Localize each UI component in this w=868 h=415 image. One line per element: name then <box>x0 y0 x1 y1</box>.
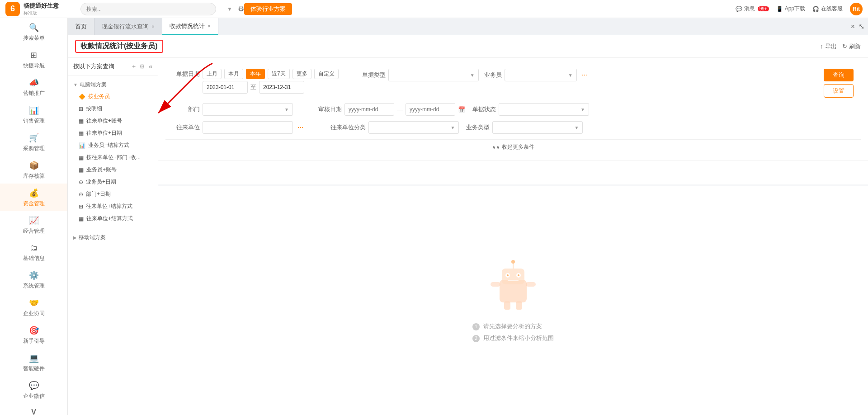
refresh-btn[interactable]: ↻ 刷新 <box>842 42 861 51</box>
layout: 🔍 搜索菜单 ⊞ 快捷导航 📣 营销推广 📊 销售管理 🛒 采购管理 📦 库存核… <box>0 18 868 415</box>
scheme-collapse-btn[interactable]: « <box>149 63 152 70</box>
filter-row-1: 单据日期 上月 本月 本年 近7天 更多 自定义 <box>165 63 861 103</box>
mobile-group-header[interactable]: ▶ 移动端方案 <box>68 232 158 243</box>
salesman-more-btn[interactable]: ··· <box>580 71 589 79</box>
sidebar-item-enterprise[interactable]: 🤝 企业协同 <box>0 293 67 321</box>
app-download-btn[interactable]: 📱 App下载 <box>776 5 805 13</box>
collapse-bar[interactable]: ∧∧ 收起更多条件 <box>165 139 861 155</box>
mobile-group-label: 移动端方案 <box>79 234 106 241</box>
sidebar-item-sales[interactable]: 📊 销售管理 <box>0 101 67 128</box>
partner-category-select[interactable]: ▼ <box>368 121 459 134</box>
tab-home[interactable]: 首页 <box>68 18 94 35</box>
scheme-item-by-salesman[interactable]: 🔶 按业务员 <box>68 90 158 103</box>
scheme-panel-header: 按以下方案查询 + ⚙ « <box>68 58 158 75</box>
doc-status-select[interactable]: ▼ <box>499 103 589 116</box>
sidebar-item-inventory[interactable]: 📦 库存核算 <box>0 156 67 184</box>
scheme-item-label: 往来单位+结算方式 <box>86 203 132 210</box>
online-service-btn[interactable]: 🎧 在线客服 <box>812 5 843 13</box>
empty-tip-2: 用过滤条件来缩小分析范围 <box>472 332 554 344</box>
review-date-calendar-icon[interactable]: 📅 <box>458 106 465 113</box>
scheme-item-by-detail[interactable]: ⊞ 按明细 <box>68 103 158 115</box>
filter-result-area: 单据日期 上月 本月 本年 近7天 更多 自定义 <box>158 58 868 415</box>
trial-btn[interactable]: 体验行业方案 <box>244 3 292 15</box>
sidebar-item-operation[interactable]: 📈 经营管理 <box>0 211 67 239</box>
scheme-item-salesman-method[interactable]: 📊 业务员+结算方式 <box>68 139 158 151</box>
review-date-filter: 审核日期 — 📅 <box>318 103 465 116</box>
sidebar-item-finance[interactable]: 💰 资金管理 <box>0 184 67 211</box>
desktop-group-header[interactable]: ▼ 电脑端方案 <box>68 79 158 90</box>
scheme-item-unit-account[interactable]: ▦ 往来单位+账号 <box>68 115 158 127</box>
review-date-separator: — <box>397 106 403 113</box>
date-this-month-btn[interactable]: 本月 <box>224 69 243 79</box>
review-to-input[interactable] <box>406 103 455 116</box>
sidebar-item-marketing[interactable]: 📣 营销推广 <box>0 73 67 101</box>
messages-btn[interactable]: 💬 消息 99+ <box>736 5 769 13</box>
date-to-input[interactable] <box>259 81 304 94</box>
empty-tips: 请先选择要分析的方案 用过滤条件来缩小分析范围 <box>472 321 554 344</box>
gear-icon[interactable]: ⚙ <box>238 5 244 13</box>
sidebar-item-purchase[interactable]: 🛒 采购管理 <box>0 128 67 156</box>
export-btn[interactable]: ↑ 导出 <box>821 42 837 51</box>
user-avatar[interactable]: Rit <box>850 3 863 15</box>
date-this-year-btn[interactable]: 本年 <box>246 69 265 79</box>
sidebar-item-guide[interactable]: 🎯 新手引导 <box>0 321 67 349</box>
scheme-item-dept-date[interactable]: ⊙ 部门+日期 <box>68 188 158 200</box>
sidebar-item-search-menu[interactable]: 🔍 搜索菜单 <box>0 18 67 46</box>
doc-type-select[interactable]: ▼ <box>388 69 479 81</box>
select-arrow: ▼ <box>580 107 585 112</box>
tab-bank-flow-close-icon[interactable]: × <box>151 24 155 30</box>
dept-select[interactable]: ▼ <box>203 103 293 116</box>
partner-select[interactable] <box>203 121 293 134</box>
scheme-item-unit-settle[interactable]: ⊞ 往来单位+结算方式 <box>68 200 158 212</box>
filter-settings-btn[interactable]: 设置 <box>824 84 854 98</box>
tab-bar: 首页 现金银行流水查询 × 收款情况统计 × × ⤡ <box>68 18 868 35</box>
scheme-item-salesman-date[interactable]: ⊙ 业务员+日期 <box>68 176 158 188</box>
sidebar-item-wechat[interactable]: 💬 企业微信 <box>0 376 67 404</box>
tab-collection-stats-label: 收款情况统计 <box>170 22 205 30</box>
date-last-7-btn[interactable]: 近7天 <box>268 69 290 79</box>
sidebar-item-smart-hw[interactable]: 💻 智能硬件 <box>0 349 67 376</box>
scheme-panel-title: 按以下方案查询 <box>73 62 128 71</box>
biz-type-select[interactable]: ▼ <box>492 121 583 134</box>
scheme-item-icon-unit-dept: ▦ <box>79 155 84 161</box>
sidebar-item-basic-info[interactable]: 🗂 基础信息 <box>0 239 67 266</box>
salesman-select[interactable]: ▼ <box>505 69 577 81</box>
dropdown-arrow[interactable]: ▼ <box>227 6 232 12</box>
scheme-item-unit-date[interactable]: ▦ 往来单位+日期 <box>68 127 158 139</box>
doc-type-filter: 单据类型 ▼ <box>362 69 479 81</box>
review-from-input[interactable] <box>344 103 394 116</box>
tab-expand-icon[interactable]: ⤡ <box>859 22 864 31</box>
sidebar-item-quick-nav[interactable]: ⊞ 快捷导航 <box>0 46 67 73</box>
sidebar-item-system[interactable]: ⚙️ 系统管理 <box>0 266 67 293</box>
search-input[interactable] <box>80 3 216 15</box>
scheme-item-unit-dept-collect[interactable]: ▦ 按往来单位+部门+收... <box>68 151 158 164</box>
scheme-item-salesman-account[interactable]: ▦ 业务员+账号 <box>68 164 158 176</box>
biz-type-label: 业务类型 <box>466 123 490 132</box>
date-prev-month-btn[interactable]: 上月 <box>203 69 222 79</box>
scheme-add-btn[interactable]: + <box>132 63 136 70</box>
scheme-item-label: 业务员+账号 <box>86 166 117 174</box>
member-icon: V <box>31 408 36 415</box>
tab-bank-flow[interactable]: 现金银行流水查询 × <box>94 18 162 35</box>
page-title-box: 收款情况统计(按业务员) <box>75 40 163 53</box>
tab-collection-stats[interactable]: 收款情况统计 × <box>162 18 218 35</box>
tab-collection-stats-close-icon[interactable]: × <box>208 23 211 29</box>
partner-category-filter: 往来单位分类 ▼ <box>330 121 459 134</box>
scheme-item-unit-settle2[interactable]: ▦ 往来单位+结算方式 <box>68 212 158 225</box>
date-from-input[interactable] <box>203 81 248 94</box>
tab-close-all-icon[interactable]: × <box>851 23 855 31</box>
salesman-label: 业务员 <box>484 71 502 79</box>
collapse-label: 收起更多条件 <box>502 143 534 151</box>
date-more-btn[interactable]: 更多 <box>292 69 311 79</box>
doc-status-filter: 单据状态 ▼ <box>472 103 589 116</box>
date-custom-btn[interactable]: 自定义 <box>314 69 339 79</box>
scheme-gear-btn[interactable]: ⚙ <box>139 63 145 70</box>
finance-icon: 💰 <box>29 188 39 198</box>
query-btn[interactable]: 查询 <box>824 69 854 81</box>
smart-hw-icon: 💻 <box>29 353 39 363</box>
quick-nav-icon: ⊞ <box>30 50 37 60</box>
partner-more-btn[interactable]: ··· <box>296 123 305 132</box>
scheme-item-label: 部门+日期 <box>86 190 111 198</box>
sidebar-item-member[interactable]: V 畅会员 <box>0 404 67 415</box>
scheme-item-label: 往来单位+日期 <box>86 129 122 137</box>
